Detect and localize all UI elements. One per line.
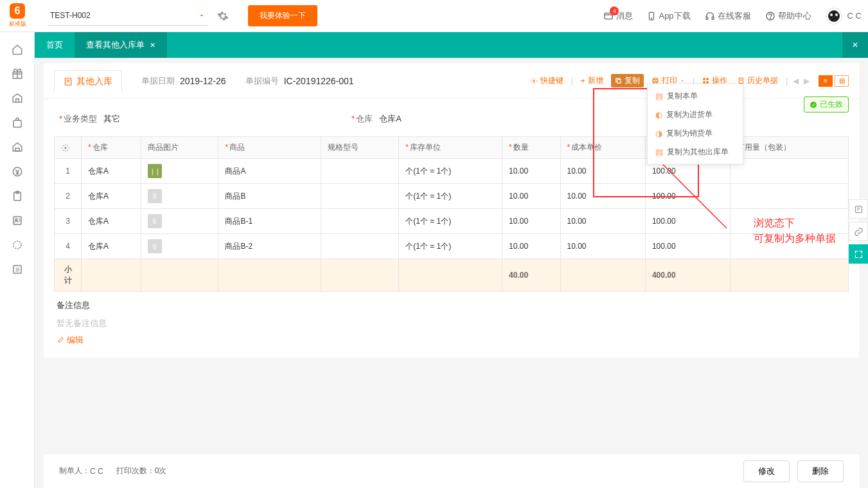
row-index: 4 [55, 234, 82, 259]
float-expand-icon[interactable] [849, 244, 868, 264]
row-amount: 100.00 [645, 209, 730, 234]
nav-warehouse-icon[interactable] [0, 135, 34, 159]
biz-type-label: 业务类型 [64, 114, 97, 123]
online-service-link[interactable]: 在线客服 [705, 10, 751, 22]
row-unit: 个(1个 = 1个) [399, 159, 502, 184]
nav-refresh-icon[interactable] [0, 233, 34, 257]
row-qty: 10.00 [502, 209, 560, 234]
check-icon [810, 101, 817, 109]
company-name: TEST-H002 [50, 11, 91, 20]
table-row[interactable]: 4仓库A6商品B-2个(1个 = 1个)10.0010.00100.00 [55, 234, 849, 259]
col-available: 可用量（包装） [731, 137, 849, 159]
chevron-left-icon[interactable]: ◀ [793, 77, 799, 86]
trial-button[interactable]: 我要体验一下 [248, 5, 317, 26]
row-available [731, 234, 849, 259]
float-link-icon[interactable] [849, 222, 868, 241]
row-spec [321, 209, 399, 234]
company-select[interactable]: TEST-H002 [48, 6, 208, 26]
table-row[interactable]: 2仓库A6商品B个(1个 = 1个)10.0010.00100.00 [55, 184, 849, 209]
shortcut-button[interactable]: 快捷键 [527, 74, 566, 87]
float-note-icon[interactable] [849, 199, 868, 219]
copy-button[interactable]: 复制 [611, 74, 644, 87]
logo[interactable]: 6 标准版 [0, 0, 35, 32]
subtotal-row: 小计40.00400.00 [55, 259, 849, 292]
row-available [731, 159, 849, 184]
row-qty: 10.00 [502, 184, 560, 209]
add-button[interactable]: + 新增 [578, 74, 606, 87]
row-image: ❘❘ [141, 159, 218, 184]
row-index: 1 [55, 159, 82, 184]
modify-button[interactable]: 修改 [743, 460, 790, 482]
copy-icon [615, 77, 622, 84]
svg-rect-20 [617, 80, 621, 84]
logo-label: 标准版 [9, 20, 26, 28]
close-icon[interactable]: ✕ [150, 41, 155, 50]
warehouse-value: 仓库A [379, 113, 402, 125]
creator-label: 制单人： [59, 465, 90, 476]
messages-link[interactable]: 消息 4 [603, 10, 633, 22]
row-warehouse: 仓库A [82, 209, 141, 234]
svg-point-30 [64, 147, 67, 149]
row-unit: 个(1个 = 1个) [399, 209, 502, 234]
row-image: 6 [141, 184, 218, 209]
chevron-down-icon [198, 12, 206, 19]
col-unit: 库存单位 [399, 137, 502, 159]
edit-remark-button[interactable]: 编辑 [57, 334, 846, 346]
nav-stock-icon[interactable] [0, 86, 34, 111]
view-card-button[interactable]: ▤ [835, 75, 849, 87]
nav-contact-icon[interactable] [0, 208, 34, 233]
nav-home-icon[interactable] [0, 37, 34, 62]
col-spec: 规格型号 [321, 137, 399, 159]
app-download-link[interactable]: App下载 [647, 10, 690, 22]
svg-rect-3 [706, 17, 708, 19]
svg-rect-25 [706, 78, 708, 80]
nav-gift-icon[interactable] [0, 62, 34, 86]
user-menu[interactable]: C C [826, 8, 862, 24]
remark-empty: 暂无备注信息 [57, 318, 846, 329]
col-qty: 数量 [502, 137, 560, 159]
nav-clipboard-icon[interactable] [0, 184, 34, 208]
delete-button[interactable]: 删除 [797, 460, 844, 482]
row-warehouse: 仓库A [82, 159, 141, 184]
tab-home[interactable]: 首页 [35, 32, 75, 58]
col-settings[interactable] [55, 137, 82, 159]
tab-view-other-inbound[interactable]: 查看其他入库单 ✕ [75, 32, 167, 58]
view-list-button[interactable]: ≡ [819, 75, 833, 87]
row-qty: 10.00 [502, 234, 560, 259]
message-badge: 4 [610, 6, 619, 15]
help-center-link[interactable]: 帮助中心 [765, 10, 811, 22]
svg-point-19 [533, 80, 535, 82]
copy-dropdown: ▤复制本单 ◐复制为进货单 ◑复制为销货单 ▤复制为其他出库单 [647, 84, 743, 165]
row-spec [321, 159, 399, 184]
svg-point-15 [13, 241, 21, 249]
row-amount: 100.00 [645, 234, 730, 259]
print-count-value: 0次 [155, 465, 167, 476]
headset-icon [705, 11, 715, 21]
gear-icon [530, 77, 538, 85]
doc-icon: ▤ [655, 147, 663, 157]
row-price: 10.00 [560, 209, 645, 234]
row-product: 商品A [218, 159, 321, 184]
doc-type-tab[interactable]: 其他入库 [54, 70, 122, 93]
copy-current-item[interactable]: ▤复制本单 [648, 87, 743, 105]
tabs-close-all[interactable]: ✕ [842, 32, 868, 58]
row-spec [321, 184, 399, 209]
nav-bag-icon[interactable] [0, 111, 34, 135]
col-warehouse: 仓库 [82, 137, 141, 159]
chevron-right-icon[interactable]: ▶ [804, 77, 810, 86]
table-row[interactable]: 3仓库A6商品B-1个(1个 = 1个)10.0010.00100.00 [55, 209, 849, 234]
row-price: 10.00 [560, 234, 645, 259]
nav-new-icon[interactable]: 新 [0, 257, 34, 282]
copy-as-other-out-item[interactable]: ▤复制为其他出库单 [648, 143, 743, 161]
copy-as-purchase-item[interactable]: ◐复制为进货单 [648, 105, 743, 124]
copy-as-sales-item[interactable]: ◑复制为销货单 [648, 124, 743, 143]
row-product: 商品B-2 [218, 234, 321, 259]
nav-money-icon[interactable] [0, 159, 34, 184]
settings-icon[interactable] [217, 10, 229, 22]
doc-tab-title: 其他入库 [76, 76, 112, 87]
row-unit: 个(1个 = 1个) [399, 234, 502, 259]
svg-rect-24 [703, 78, 705, 80]
row-index: 3 [55, 209, 82, 234]
date-value: 2019-12-26 [180, 76, 226, 86]
svg-rect-4 [712, 17, 714, 19]
